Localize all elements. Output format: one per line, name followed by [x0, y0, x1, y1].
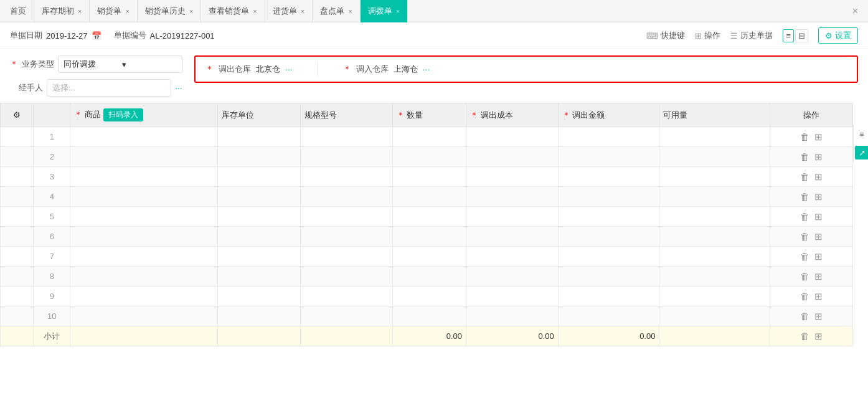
delete-row-2-icon[interactable]: 🗑 [800, 151, 809, 162]
window-close-button[interactable]: × [845, 6, 866, 17]
row-cost-cell-1[interactable] [466, 127, 559, 147]
tab-view-sales[interactable]: 查看销货单 × [201, 0, 265, 22]
row-unit-cell-6[interactable] [217, 227, 300, 247]
row-amount-cell-3[interactable] [558, 167, 659, 187]
row-spec-cell-5[interactable] [300, 207, 392, 227]
row-amount-cell-8[interactable] [558, 267, 659, 287]
tab-transfer[interactable]: 调拨单 × [361, 0, 408, 22]
row-spec-cell-10[interactable] [300, 307, 392, 326]
row-unit-cell-4[interactable] [217, 187, 300, 207]
tab-purchase[interactable]: 进货单 × [265, 0, 313, 22]
copy-row-9-icon[interactable]: ⊞ [814, 291, 823, 302]
copy-row-5-icon[interactable]: ⊞ [814, 211, 823, 222]
copy-row-7-icon[interactable]: ⊞ [814, 251, 823, 262]
row-qty-cell-9[interactable] [392, 287, 466, 307]
person-more-icon[interactable]: ··· [175, 83, 182, 93]
row-cost-cell-8[interactable] [466, 267, 559, 287]
row-spec-cell-8[interactable] [300, 267, 392, 287]
calendar-icon[interactable]: 📅 [92, 31, 101, 40]
row-amount-cell-6[interactable] [558, 227, 659, 247]
delete-row-4-icon[interactable]: 🗑 [800, 191, 809, 202]
tab-inventory-check[interactable]: 盘点单 × [313, 0, 360, 22]
copy-row-3-icon[interactable]: ⊞ [814, 171, 823, 183]
tab-inventory-init[interactable]: 库存期初 × [34, 0, 90, 22]
row-spec-cell-3[interactable] [300, 167, 392, 187]
row-unit-cell-10[interactable] [217, 307, 300, 326]
row-amount-cell-4[interactable] [558, 187, 659, 207]
row-product-cell-9[interactable] [70, 287, 218, 307]
row-unit-cell-2[interactable] [217, 147, 300, 167]
delete-row-1-icon[interactable]: 🗑 [800, 131, 809, 142]
row-product-cell-7[interactable] [70, 247, 218, 267]
row-spec-cell-1[interactable] [300, 127, 392, 147]
subtotal-delete-icon[interactable]: 🗑 [800, 331, 809, 341]
row-unit-cell-9[interactable] [217, 287, 300, 307]
row-qty-cell-5[interactable] [392, 207, 466, 227]
tab-close-sales-history[interactable]: × [189, 7, 193, 15]
row-amount-cell-9[interactable] [558, 287, 659, 307]
row-cost-cell-5[interactable] [466, 207, 559, 227]
row-spec-cell-7[interactable] [300, 247, 392, 267]
delete-row-5-icon[interactable]: 🗑 [800, 211, 809, 222]
row-unit-cell-7[interactable] [217, 247, 300, 267]
wh-in-more-icon[interactable]: ··· [423, 64, 430, 74]
row-cost-cell-6[interactable] [466, 227, 559, 247]
row-product-cell-8[interactable] [70, 267, 218, 287]
row-unit-cell-3[interactable] [217, 167, 300, 187]
grid-view-button[interactable]: ⊟ [795, 29, 808, 42]
delete-row-7-icon[interactable]: 🗑 [800, 251, 809, 262]
tab-close-view-sales[interactable]: × [253, 7, 257, 15]
sidebar-export-icon[interactable]: ↗ [855, 146, 868, 159]
copy-row-2-icon[interactable]: ⊞ [814, 151, 823, 163]
delete-row-3-icon[interactable]: 🗑 [800, 171, 809, 182]
row-spec-cell-2[interactable] [300, 147, 392, 167]
history-button[interactable]: ☰ 历史单据 [730, 30, 773, 41]
shortcut-button[interactable]: ⌨ 快捷键 [646, 30, 685, 41]
row-unit-cell-5[interactable] [217, 207, 300, 227]
tab-sales-history[interactable]: 销货单历史 × [138, 0, 201, 22]
sidebar-list-icon[interactable]: ≡ [855, 127, 868, 141]
row-qty-cell-3[interactable] [392, 167, 466, 187]
person-select[interactable]: 选择... [47, 79, 171, 97]
subtotal-copy-icon[interactable]: ⊞ [814, 331, 823, 342]
row-spec-cell-4[interactable] [300, 187, 392, 207]
row-qty-cell-4[interactable] [392, 187, 466, 207]
operation-button[interactable]: ⊞ 操作 [695, 30, 720, 41]
tab-close-transfer[interactable]: × [396, 7, 400, 15]
settings-button[interactable]: ⚙ 设置 [818, 27, 858, 44]
scan-button[interactable]: 扫码录入 [103, 108, 143, 121]
row-qty-cell-8[interactable] [392, 267, 466, 287]
row-qty-cell-7[interactable] [392, 247, 466, 267]
delete-row-6-icon[interactable]: 🗑 [800, 231, 809, 242]
copy-row-6-icon[interactable]: ⊞ [814, 231, 823, 242]
row-product-cell-3[interactable] [70, 167, 218, 187]
row-cost-cell-3[interactable] [466, 167, 559, 187]
copy-row-4-icon[interactable]: ⊞ [814, 191, 823, 202]
delete-row-9-icon[interactable]: 🗑 [800, 291, 809, 302]
delete-row-8-icon[interactable]: 🗑 [800, 271, 809, 282]
row-product-cell-10[interactable] [70, 307, 218, 326]
business-type-select[interactable]: 同价调拨 ▾ [58, 55, 182, 73]
row-product-cell-5[interactable] [70, 207, 218, 227]
tab-home[interactable]: 首页 [2, 0, 34, 22]
copy-row-1-icon[interactable]: ⊞ [814, 131, 823, 143]
tab-close-sales-order[interactable]: × [125, 7, 129, 15]
row-unit-cell-1[interactable] [217, 127, 300, 147]
row-product-cell-4[interactable] [70, 187, 218, 207]
row-cost-cell-9[interactable] [466, 287, 559, 307]
row-qty-cell-2[interactable] [392, 147, 466, 167]
wh-out-more-icon[interactable]: ··· [285, 64, 293, 74]
row-product-cell-6[interactable] [70, 227, 218, 247]
row-amount-cell-5[interactable] [558, 207, 659, 227]
row-unit-cell-8[interactable] [217, 267, 300, 287]
row-amount-cell-10[interactable] [558, 307, 659, 326]
row-spec-cell-9[interactable] [300, 287, 392, 307]
col-gear[interactable]: ⚙ [1, 103, 34, 127]
row-product-cell-2[interactable] [70, 147, 218, 167]
row-cost-cell-4[interactable] [466, 187, 559, 207]
tab-sales-order[interactable]: 销货单 × [90, 0, 137, 22]
row-cost-cell-10[interactable] [466, 307, 559, 326]
tab-close-inventory-check[interactable]: × [348, 7, 352, 15]
copy-row-8-icon[interactable]: ⊞ [814, 271, 823, 282]
row-qty-cell-1[interactable] [392, 127, 466, 147]
